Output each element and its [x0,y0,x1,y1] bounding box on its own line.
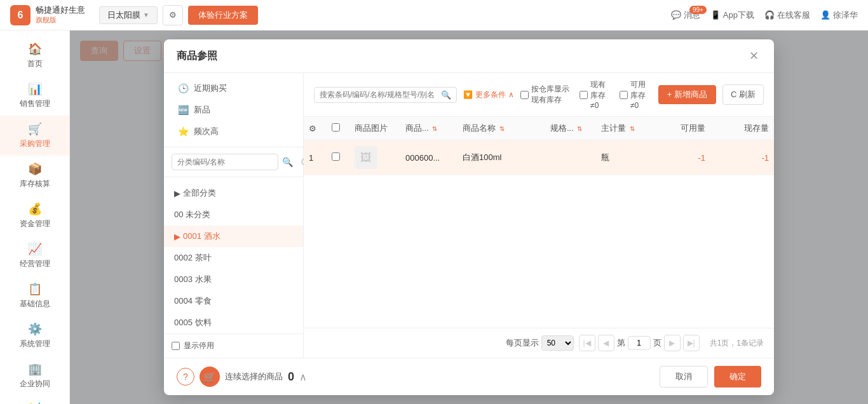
table-row[interactable]: 1 🖼 [304,140,774,175]
gear-button[interactable]: ⚙ [163,5,183,25]
tab-recent-purchase[interactable]: 🕒 近期购买 [172,78,295,98]
sidebar-item-sales[interactable]: 📊 销售管理 [0,76,69,116]
app-download-button[interactable]: 📱 App下载 [710,10,754,21]
td-spec [545,140,596,175]
logo-icon: 6 [10,5,31,25]
sidebar-item-home-label: 首页 [27,58,43,69]
finance-icon: 💰 [28,202,42,216]
select-all-checkbox[interactable] [332,123,340,131]
sidebar-item-purchase-label: 采购管理 [20,138,50,149]
online-service-label: 在线客服 [777,10,810,21]
tab-high-frequency[interactable]: ⭐ 频次高 [172,121,295,142]
first-page-button[interactable]: |◀ [579,335,595,351]
top-right: 💬 消息 99+ 📱 App下载 🎧 在线客服 👤 徐泽华 [671,10,858,21]
cancel-button[interactable]: 取消 [660,366,708,387]
basic-info-icon: 📋 [28,282,42,296]
operations-icon: 📈 [28,242,42,256]
category-0001[interactable]: ▶ 0001 酒水 [164,226,303,247]
nav-dropdown-label: 日太阳膜 [107,10,140,21]
confirm-button[interactable]: 确定 [714,366,761,387]
sidebar-item-enterprise[interactable]: 🏢 企业协同 [0,356,69,396]
arrow-tri-icon: ▶ [174,232,180,241]
message-badge: 99+ [689,6,707,14]
category-all[interactable]: ▶ 全部分类 [164,182,303,204]
category-search-icon[interactable]: 🔍 [282,157,293,167]
sidebar-item-finance[interactable]: 💰 资金管理 [0,196,69,236]
sidebar-item-system[interactable]: ⚙️ 系统管理 [0,316,69,356]
check-current-stock-input[interactable] [580,91,588,99]
nav-dropdown[interactable]: 日太阳膜 ▼ [99,6,158,24]
sidebar-item-inventory[interactable]: 📦 库存核算 [0,156,69,196]
td-stock: -1 [710,140,774,175]
row-checkbox[interactable] [332,152,340,161]
new-product-icon: 🆕 [178,105,189,115]
modal-body: 🕒 近期购买 🆕 新品 ⭐ 频次高 [164,73,774,358]
category-0005[interactable]: 0005 饮料 [164,312,303,333]
user-profile-button[interactable]: 👤 徐泽华 [820,10,858,21]
refresh-button[interactable]: C 刷新 [722,84,764,105]
tab-new-product[interactable]: 🆕 新品 [172,100,295,120]
category-00-label: 00 未分类 [174,209,210,220]
checkbox-filters: 按仓库显示现有库存 现有库存≠0 可用库存≠0 [520,79,652,110]
system-icon: ⚙️ [28,322,42,336]
chevron-up-icon: ∧ [508,90,514,99]
category-0002[interactable]: 0002 茶叶 [164,247,303,269]
sidebar-item-home[interactable]: 🏠 首页 [0,36,69,76]
modal-close-button[interactable]: ✕ [746,48,761,64]
check-available-stock-input[interactable] [620,91,628,99]
check-warehouse-stock[interactable]: 按仓库显示现有库存 [520,84,572,105]
cart-icon[interactable]: 🛒 [200,367,220,387]
search-icon[interactable]: 🔍 [441,90,451,100]
message-button[interactable]: 💬 消息 99+ [671,10,700,21]
sidebar-item-guide[interactable]: 🔰 新手引导 [0,396,69,404]
th-name[interactable]: 商品名称 ⇅ [458,117,545,140]
show-disabled-checkbox[interactable] [172,342,180,350]
th-unit-label: 主计量 [601,123,626,133]
arrow-right-icon: ▶ [174,189,180,198]
collapse-cart-button[interactable]: ∧ [299,371,307,383]
next-page-button[interactable]: ▶ [664,335,681,351]
check-current-stock[interactable]: 现有库存≠0 [580,79,612,110]
sidebar-item-basic-info[interactable]: 📋 基础信息 [0,276,69,316]
sidebar-item-operations[interactable]: 📈 经营管理 [0,236,69,276]
prev-page-button[interactable]: ◀ [598,335,614,351]
more-filter-button[interactable]: 🔽 更多条件 ∧ [463,90,514,100]
category-0002-label: 0002 茶叶 [174,252,212,264]
category-0004[interactable]: 0004 零食 [164,290,303,312]
th-spec[interactable]: 规格... ⇅ [545,117,596,140]
settings-icon[interactable]: ⚙ [309,124,316,133]
modal-overlay: 商品参照 ✕ 🕒 近期购买 🆕 [70,30,868,404]
left-tabs: 🕒 近期购买 🆕 新品 ⭐ 频次高 [164,73,303,147]
logo-text: 畅捷通好生意 [36,5,85,16]
last-page-button[interactable]: ▶| [683,335,700,351]
check-warehouse-stock-input[interactable] [520,91,529,99]
top-center: 日太阳膜 ▼ ⚙ 体验行业方案 [86,5,671,25]
product-search-input[interactable] [320,90,438,99]
category-search-input[interactable] [172,154,278,170]
category-00[interactable]: 00 未分类 [164,204,303,226]
filter-label: 更多条件 [475,90,506,100]
category-0003[interactable]: 0003 水果 [164,269,303,290]
th-image-label: 商品图片 [355,123,388,133]
th-unit[interactable]: 主计量 ⇅ [596,117,647,140]
star-icon: ⭐ [178,126,189,137]
category-0005-label: 0005 饮料 [174,317,212,328]
check-current-stock-label: 现有库存≠0 [590,79,612,110]
category-list: ▶ 全部分类 00 未分类 ▶ 0001 酒水 0002 茶 [164,177,303,333]
th-code-label: 商品... [405,123,429,133]
product-table-wrapper: ⚙ 商品图片 [304,117,774,328]
help-icon[interactable]: ? [177,368,194,386]
th-spec-label: 规格... [550,123,574,133]
sidebar-item-purchase[interactable]: 🛒 采购管理 [0,116,69,156]
recent-icon: 🕒 [178,83,189,93]
per-page-label: 每页显示 [506,337,539,349]
online-service-button[interactable]: 🎧 在线客服 [764,10,810,21]
th-name-label: 商品名称 [463,123,496,133]
experience-button[interactable]: 体验行业方案 [188,6,258,25]
page-input[interactable]: 1 [628,336,651,350]
add-product-button[interactable]: + 新增商品 [658,85,716,104]
app-download-label: App下载 [723,10,754,21]
check-available-stock[interactable]: 可用库存≠0 [620,79,652,110]
th-code[interactable]: 商品... ⇅ [400,117,458,140]
per-page-select[interactable]: 10 20 50 100 [541,335,574,351]
